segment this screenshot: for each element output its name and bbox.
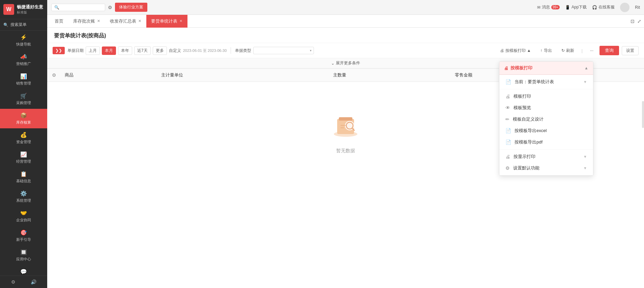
dropdown-up-arrow[interactable]: ▲ [584, 66, 588, 70]
dropdown-item-set-default[interactable]: ⚙ 设置默认功能 ▼ [499, 162, 593, 174]
main-content: 🔍 ⚙ 体验行业方案 ✉ 消息 99+ 📱 App下载 🎧 在线客服 Rit [47, 0, 644, 288]
print-template-button[interactable]: 🖨 按模板打印 ▲ [497, 46, 534, 55]
date-btn-custom[interactable]: 自定义 [169, 48, 181, 54]
col-settings-header[interactable]: ⚙ [47, 69, 61, 82]
tabs-right-controls: ⊡ ⤢ [631, 19, 641, 24]
expand-more-button[interactable]: ⌄ 展开更多条件 [331, 60, 360, 66]
date-btn-last7days[interactable]: 近7天 [134, 46, 151, 55]
more-options-button[interactable]: ··· [587, 47, 597, 54]
sidebar-item-purchase[interactable]: 🛒 采购管理 [0, 89, 47, 109]
search-menu-button[interactable]: 🔍 搜索菜单 [3, 22, 44, 28]
export-pdf-icon: 📄 [505, 139, 511, 145]
audio-button[interactable]: 🔊 [31, 279, 36, 285]
column-settings-icon[interactable]: ⚙ [52, 72, 56, 78]
app-download-btn[interactable]: 📱 App下载 [565, 4, 587, 10]
sidebar-item-inventory[interactable]: 📦 库存核算 [0, 109, 47, 128]
empty-text: 暂无数据 [336, 148, 355, 154]
date-btn-more[interactable]: 更多 [153, 46, 167, 55]
export-icon: ↑ [540, 48, 543, 53]
sidebar-item-marketing[interactable]: 📣 营销推广 [0, 50, 47, 70]
dropdown-item-display-print[interactable]: 🖨 按显示打印 ▼ [499, 151, 593, 162]
sidebar-item-appstore[interactable]: 🔲 应用中心 [0, 246, 47, 265]
print-template-dropdown: 🖨 按模板打印 ▲ 📄 当前：要货单统计表 ▼ [499, 61, 593, 176]
sidebar-bottom: ⚙ 🔊 [0, 276, 47, 288]
type-select-wrapper[interactable] [253, 47, 314, 54]
dropdown-sub-items-section: 🖨 按显示打印 ▼ ⚙ 设置默认功能 ▼ [499, 150, 593, 175]
right-scrollbar[interactable] [642, 101, 644, 128]
nav-icon-inventory: 📦 [20, 112, 27, 119]
tab-inventory-batch[interactable]: 库存批次账 ✕ [68, 15, 105, 28]
dropdown-current-template-section: 📄 当前：要货单统计表 ▼ [499, 75, 593, 89]
settings-button[interactable]: ⚙ [11, 279, 16, 285]
sidebar: W 畅捷通好生意 标准版 🔍 搜索菜单 ⚡ 快捷导航 📣 营销推广 📊 销售管理… [0, 0, 47, 288]
tab-receipt-summary[interactable]: 收发存汇总表 ✕ [105, 15, 146, 28]
industry-btn[interactable]: 体验行业方案 [115, 3, 147, 12]
refresh-button[interactable]: ↻ 刷新 [558, 46, 578, 55]
message-btn[interactable]: ✉ 消息 99+ [537, 4, 560, 10]
sidebar-item-wechat[interactable]: 💬 企业微信 [0, 265, 47, 276]
topbar-gear-icon[interactable]: ⚙ [108, 5, 112, 10]
sidebar-item-collab[interactable]: 🤝 企业协同 [0, 206, 47, 226]
avatar[interactable] [620, 3, 630, 12]
sidebar-search-area[interactable]: 🔍 搜索菜单 [0, 19, 47, 31]
online-service-btn[interactable]: 🎧 在线客服 [592, 4, 615, 10]
expand-filter-button[interactable]: ❯❯ [53, 47, 65, 54]
sidebar-item-quick-nav[interactable]: ⚡ 快捷导航 [0, 31, 47, 50]
query-button[interactable]: 查询 [599, 46, 619, 55]
nav-icon-basic: 📋 [20, 171, 27, 177]
template-print-icon: 🖨 [505, 94, 510, 99]
type-select[interactable] [253, 47, 314, 54]
date-btn-prev-month[interactable]: 上月 [86, 46, 100, 55]
empty-icon [329, 109, 362, 142]
dropdown-header-controls: ▲ [584, 66, 588, 70]
username: Rit [635, 5, 640, 10]
dropdown-item-template-design[interactable]: ✏ 模板自定义设计 [499, 114, 593, 125]
tab-fullscreen-button[interactable]: ⤢ [637, 19, 641, 24]
col-quantity-header: 主数量 [329, 69, 451, 82]
search-icon: 🔍 [3, 23, 8, 27]
sidebar-item-basic[interactable]: 📋 基础信息 [0, 167, 47, 187]
set-default-left: ⚙ 设置默认功能 [505, 165, 539, 171]
dropdown-item-template-preview[interactable]: 👁 模板预览 [499, 102, 593, 114]
print-arrow-icon: ▲ [527, 48, 531, 53]
col-unit-header: 主计量单位 [157, 69, 329, 82]
topbar-search[interactable]: 🔍 [51, 4, 105, 11]
sidebar-navigation: ⚡ 快捷导航 📣 营销推广 📊 销售管理 🛒 采购管理 📦 库存核算 💰 资金管… [0, 31, 47, 276]
nav-icon-wechat: 💬 [20, 268, 27, 275]
topbar-actions: ✉ 消息 99+ 📱 App下载 🎧 在线客服 Rit [537, 3, 640, 12]
tab-order-stats[interactable]: 要货单统计表 ✕ [146, 15, 187, 28]
sidebar-item-guide[interactable]: 🎯 新手引导 [0, 226, 47, 246]
tab-close-order-stats[interactable]: ✕ [179, 19, 182, 23]
toolbar-right-actions: 🖨 按模板打印 ▲ ↑ 导出 ↻ 刷新 | ··· 查询 设置 [497, 46, 639, 55]
tab-expand-button[interactable]: ⊡ [631, 19, 635, 24]
tab-close-receipt-summary[interactable]: ✕ [138, 19, 141, 23]
dropdown-item-export-pdf[interactable]: 📄 按模板导出pdf [499, 136, 593, 148]
expand-icon: ⌄ [331, 61, 334, 66]
settings-button[interactable]: 设置 [622, 46, 639, 55]
current-template-left: 📄 当前：要货单统计表 [505, 79, 554, 85]
tab-close-inventory-batch[interactable]: ✕ [97, 19, 100, 23]
template-arrow-icon: ▼ [583, 80, 587, 84]
sidebar-item-sales[interactable]: 📊 销售管理 [0, 70, 47, 89]
current-template-item[interactable]: 📄 当前：要货单统计表 ▼ [499, 76, 593, 88]
dropdown-item-export-excel[interactable]: 📄 按模板导出excel [499, 125, 593, 136]
nav-icon-finance: 💰 [20, 132, 27, 138]
sidebar-item-system[interactable]: ⚙️ 系统管理 [0, 187, 47, 206]
display-print-arrow: ▼ [583, 155, 587, 159]
tab-home[interactable]: 首页 [50, 15, 68, 28]
export-excel-icon: 📄 [505, 128, 511, 133]
export-button[interactable]: ↑ 导出 [537, 46, 555, 55]
date-btn-current-month[interactable]: 本月 [102, 46, 116, 55]
type-filter-label: 单据类型 [235, 48, 251, 54]
sidebar-item-finance[interactable]: 💰 资金管理 [0, 128, 47, 148]
date-btn-current-year[interactable]: 本年 [118, 46, 132, 55]
dropdown-item-template-print[interactable]: 🖨 模板打印 [499, 91, 593, 102]
topbar: 🔍 ⚙ 体验行业方案 ✉ 消息 99+ 📱 App下载 🎧 在线客服 Rit [47, 0, 644, 15]
date-filter-group: 单据日期 上月 本月 本年 近7天 更多 自定义 2023-06-01 至 20… [67, 46, 227, 55]
type-filter-group: 单据类型 [235, 47, 314, 54]
date-range-display: 2023-06-01 至 2023-06-30 [183, 48, 227, 53]
set-default-arrow: ▼ [583, 166, 587, 170]
topbar-search-icon: 🔍 [54, 5, 59, 10]
sidebar-item-operations[interactable]: 📈 经营管理 [0, 148, 47, 167]
message-badge: 99+ [551, 5, 560, 9]
